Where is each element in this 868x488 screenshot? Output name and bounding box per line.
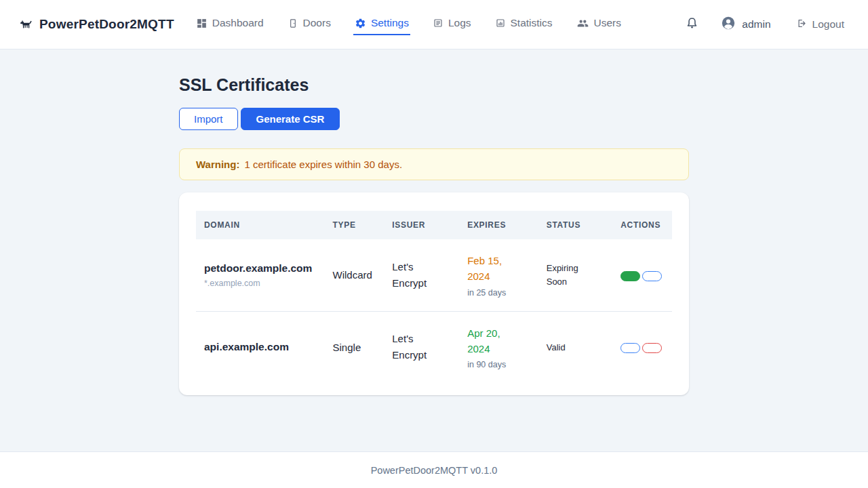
column-header-expires: EXPIRES <box>459 211 538 239</box>
dashboard-icon <box>196 18 208 29</box>
nav-item-dashboard[interactable]: Dashboard <box>195 14 265 35</box>
gear-icon <box>355 18 366 29</box>
cert-expire-days: in 25 days <box>467 288 530 298</box>
cert-subdomain: *.example.com <box>204 279 317 288</box>
nav-item-logs[interactable]: Logs <box>431 14 473 35</box>
user-menu[interactable]: admin <box>721 16 770 33</box>
cert-expire-days: in 90 days <box>467 360 530 369</box>
door-icon <box>288 18 298 29</box>
logout-icon <box>795 18 808 32</box>
column-header-status: STATUS <box>538 211 613 239</box>
generate-csr-button[interactable]: Generate CSR <box>241 108 340 130</box>
certificates-card: DOMAIN TYPE ISSUER EXPIRES STATUS ACTION… <box>179 192 689 395</box>
table-row: petdoor.example.com *.example.com Wildca… <box>196 239 672 311</box>
users-icon <box>576 18 589 29</box>
brand-title: PowerPetDoor2MQTT <box>39 17 174 32</box>
username: admin <box>742 18 770 30</box>
cert-domain: api.example.com <box>204 341 317 353</box>
column-header-actions: ACTIONS <box>612 211 672 239</box>
nav-item-label: Logs <box>448 17 471 29</box>
status-badge: Valid <box>547 341 566 354</box>
nav-item-users[interactable]: Users <box>575 14 623 35</box>
green-filled-pill-button[interactable] <box>620 271 640 281</box>
app-window: PowerPetDoor2MQTT Dashboard <box>0 0 868 488</box>
cert-expire-date: Feb 15, 2024 <box>467 253 511 285</box>
warning-banner: Warning:1 certificate expires within 30 … <box>179 148 689 180</box>
footer-version-text: PowerPetDoor2MQTT v0.1.0 <box>371 465 498 476</box>
page-title: SSL Certificates <box>179 75 689 95</box>
footer: PowerPetDoor2MQTT v0.1.0 <box>0 451 868 488</box>
blue-outline-pill-button[interactable] <box>620 343 640 353</box>
toolbar: Import Generate CSR <box>179 108 689 130</box>
warning-message: 1 certificate expires within 30 days. <box>244 159 402 170</box>
avatar-icon <box>721 16 736 33</box>
nav-item-settings[interactable]: Settings <box>353 14 410 35</box>
column-header-issuer: ISSUER <box>384 211 459 239</box>
nav-item-doors[interactable]: Doors <box>286 14 332 35</box>
top-navigation-bar: PowerPetDoor2MQTT Dashboard <box>0 0 868 49</box>
logout-button[interactable]: Logout <box>791 17 848 33</box>
logs-icon <box>433 18 443 28</box>
logout-label: Logout <box>812 18 844 30</box>
main-content: SSL Certificates Import Generate CSR War… <box>0 49 868 451</box>
nav-item-label: Doors <box>303 17 331 29</box>
bar-chart-icon <box>495 18 506 28</box>
notifications-button[interactable] <box>684 14 701 35</box>
table-row: api.example.com Single Let's Encrypt Apr… <box>196 311 672 383</box>
nav-item-label: Settings <box>371 17 409 29</box>
cert-expire-date: Apr 20, 2024 <box>467 325 511 357</box>
cert-domain: petdoor.example.com <box>204 262 317 274</box>
cert-type: Single <box>325 311 384 383</box>
cert-type: Wildcard <box>325 239 384 311</box>
nav-item-label: Users <box>594 17 621 29</box>
table-header-row: DOMAIN TYPE ISSUER EXPIRES STATUS ACTION… <box>196 211 672 239</box>
certificates-table: DOMAIN TYPE ISSUER EXPIRES STATUS ACTION… <box>196 211 672 383</box>
column-header-type: TYPE <box>325 211 384 239</box>
bell-icon <box>685 16 699 33</box>
red-outline-pill-button[interactable] <box>642 343 662 353</box>
brand[interactable]: PowerPetDoor2MQTT <box>20 17 174 32</box>
cert-issuer: Let's Encrypt <box>392 331 434 363</box>
column-header-domain: DOMAIN <box>196 211 325 239</box>
cert-issuer: Let's Encrypt <box>392 259 434 291</box>
dog-icon <box>20 18 33 31</box>
import-button[interactable]: Import <box>179 108 238 130</box>
nav-item-statistics[interactable]: Statistics <box>494 14 554 35</box>
nav-right-cluster: admin Logout <box>684 14 848 35</box>
blue-outline-pill-button[interactable] <box>642 271 662 281</box>
nav-item-label: Dashboard <box>212 17 264 29</box>
nav-item-label: Statistics <box>511 17 553 29</box>
status-badge: Expiring Soon <box>547 262 586 288</box>
warning-label: Warning: <box>196 159 239 170</box>
nav-links: Dashboard Doors Settings <box>195 14 623 35</box>
